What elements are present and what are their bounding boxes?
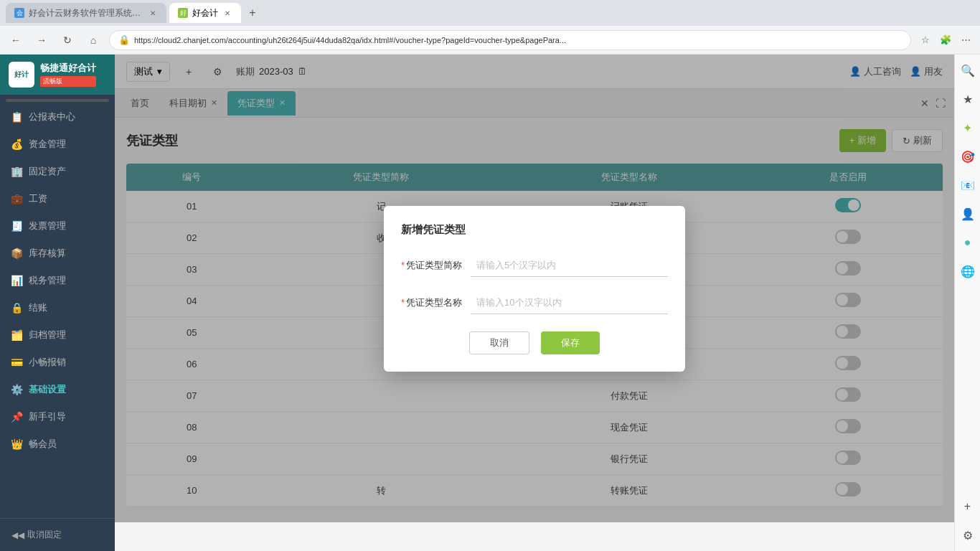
tab2-title: 好会计 <box>192 7 218 19</box>
sidebar-label-settings: 基础设置 <box>29 383 66 396</box>
sidebar-label-assets: 固定资产 <box>29 165 66 178</box>
form-row-short: * 凭证类型简称 <box>401 254 668 277</box>
capital-icon: 💰 <box>10 138 23 151</box>
sidebar-item-guide[interactable]: 📌 新手引导 <box>0 403 115 430</box>
address-icons: ☆ 🧩 ⋯ <box>917 32 974 49</box>
sidebar-item-salary[interactable]: 💼 工资 <box>0 185 115 212</box>
sidebar-label-notice: 公报表中心 <box>29 110 75 123</box>
logo-badge: 流畅版 <box>40 76 96 87</box>
form-label-short: * 凭证类型简称 <box>401 259 462 272</box>
right-robot-icon[interactable]: ✦ <box>958 118 978 138</box>
sidebar-item-expense[interactable]: 💳 小畅报销 <box>0 349 115 376</box>
modal-title: 新增凭证类型 <box>401 223 668 237</box>
sidebar-label-close: 结账 <box>29 301 47 314</box>
close-accounts-icon: 🔒 <box>10 301 23 314</box>
sidebar: 好计 畅捷通好合计 流畅版 📋 公报表中心 💰 资金管理 🏢 固定资产 <box>0 55 115 551</box>
tab2-favicon: 好 <box>178 8 188 18</box>
cancel-fixed-button[interactable]: ◀◀ 取消固定 <box>6 524 109 545</box>
tab1-title: 好会计云财务软件管理系统_会计 <box>29 7 143 19</box>
bookmark-icon[interactable]: ☆ <box>917 32 934 49</box>
back-button[interactable]: ← <box>6 30 26 50</box>
sidebar-item-assets[interactable]: 🏢 固定资产 <box>0 158 115 185</box>
modal-overlay: 新增凭证类型 * 凭证类型简称 * 凭证类型名称 取消 保存 <box>115 55 954 522</box>
sidebar-item-archive[interactable]: 🗂️ 归档管理 <box>0 321 115 349</box>
home-button[interactable]: ⌂ <box>83 30 103 50</box>
sidebar-label-capital: 资金管理 <box>29 138 66 151</box>
right-panel: 🔍 ★ ✦ 🎯 📧 👤 ● 🌐 + ⚙ <box>954 55 980 551</box>
browser-tab-2[interactable]: 好 好会计 ✕ <box>169 3 241 23</box>
sidebar-item-tax[interactable]: 📊 税务管理 <box>0 267 115 294</box>
sidebar-item-invoice[interactable]: 🧾 发票管理 <box>0 212 115 240</box>
sidebar-items: 📋 公报表中心 💰 资金管理 🏢 固定资产 💼 工资 🧾 发票管理 📦 <box>0 95 115 518</box>
salary-icon: 💼 <box>10 192 23 205</box>
sidebar-item-settings[interactable]: ⚙️ 基础设置 <box>0 376 115 403</box>
cancel-fixed-label: 取消固定 <box>27 529 62 541</box>
right-star-icon[interactable]: ★ <box>958 89 978 109</box>
full-name-input[interactable] <box>471 291 668 314</box>
form-row-full: * 凭证类型名称 <box>401 291 668 314</box>
extensions-icon[interactable]: 🧩 <box>937 32 954 49</box>
save-button[interactable]: 保存 <box>541 331 600 354</box>
sidebar-item-member[interactable]: 👑 畅会员 <box>0 430 115 458</box>
sidebar-label-archive: 归档管理 <box>29 329 66 342</box>
browser-tab-1[interactable]: 会 好会计云财务软件管理系统_会计 ✕ <box>6 3 166 23</box>
logo-text-container: 畅捷通好合计 流畅版 <box>40 62 96 87</box>
address-input[interactable]: 🔒 https://cloud2.chanjet.com/accounting/… <box>109 30 911 50</box>
sidebar-label-tax: 税务管理 <box>29 274 66 287</box>
new-tab-button[interactable]: + <box>244 4 261 22</box>
logo-text: 畅捷通好合计 <box>40 62 96 75</box>
menu-icon[interactable]: ⋯ <box>957 32 974 49</box>
settings-icon: ⚙️ <box>10 383 23 396</box>
sidebar-label-member: 畅会员 <box>29 438 57 451</box>
right-user-icon[interactable]: 👤 <box>958 204 978 224</box>
right-mail-icon[interactable]: 📧 <box>958 175 978 195</box>
expense-icon: 💳 <box>10 356 23 369</box>
tab-bar: 会 好会计云财务软件管理系统_会计 ✕ 好 好会计 ✕ + <box>0 0 980 26</box>
right-search-icon[interactable]: 🔍 <box>958 60 978 80</box>
sidebar-item-close[interactable]: 🔒 结账 <box>0 294 115 321</box>
member-icon: 👑 <box>10 438 23 451</box>
sidebar-item-inventory[interactable]: 📦 库存核算 <box>0 240 115 267</box>
tab2-close[interactable]: ✕ <box>222 8 232 18</box>
archive-icon: 🗂️ <box>10 329 23 342</box>
right-globe-icon[interactable]: 🌐 <box>958 261 978 281</box>
sidebar-label-invoice: 发票管理 <box>29 220 66 232</box>
short-name-input[interactable] <box>471 254 668 277</box>
logo-icon: 好计 <box>9 62 34 88</box>
notice-icon: 📋 <box>10 110 23 123</box>
address-bar: ← → ↻ ⌂ 🔒 https://cloud2.chanjet.com/acc… <box>0 26 980 55</box>
sidebar-label-guide: 新手引导 <box>29 410 66 423</box>
sidebar-scrollbar <box>6 99 109 102</box>
sidebar-label-expense: 小畅报销 <box>29 356 66 369</box>
tab1-favicon: 会 <box>14 8 24 18</box>
sidebar-item-capital[interactable]: 💰 资金管理 <box>0 131 115 158</box>
right-settings-icon[interactable]: ⚙ <box>958 525 978 545</box>
cancel-button[interactable]: 取消 <box>469 331 529 354</box>
forward-button[interactable]: → <box>32 30 52 50</box>
modal-footer: 取消 保存 <box>401 331 668 354</box>
sidebar-item-notice[interactable]: 📋 公报表中心 <box>0 103 115 131</box>
sidebar-bottom: ◀◀ 取消固定 <box>0 518 115 551</box>
tab1-close[interactable]: ✕ <box>148 8 158 18</box>
right-circle-icon[interactable]: ● <box>958 232 978 253</box>
assets-icon: 🏢 <box>10 165 23 178</box>
sidebar-logo: 好计 畅捷通好合计 流畅版 <box>0 55 115 95</box>
sidebar-label-inventory: 库存核算 <box>29 247 66 260</box>
url-display: https://cloud2.chanjet.com/accounting/uh… <box>134 36 566 44</box>
tax-icon: 📊 <box>10 274 23 287</box>
inventory-icon: 📦 <box>10 247 23 260</box>
form-label-full: * 凭证类型名称 <box>401 296 462 309</box>
guide-icon: 📌 <box>10 410 23 423</box>
refresh-button[interactable]: ↻ <box>57 30 77 50</box>
right-target-icon[interactable]: 🎯 <box>958 146 978 166</box>
add-voucher-modal: 新增凭证类型 * 凭证类型简称 * 凭证类型名称 取消 保存 <box>384 206 685 372</box>
sidebar-label-salary: 工资 <box>29 192 47 205</box>
invoice-icon: 🧾 <box>10 220 23 232</box>
right-add-icon[interactable]: + <box>958 496 978 517</box>
